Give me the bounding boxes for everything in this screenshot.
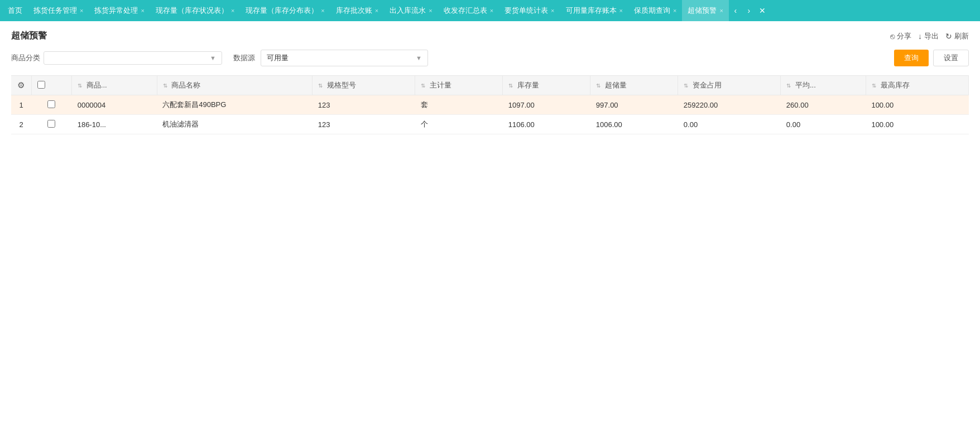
col-capital-used[interactable]: ⇅ 资金占用	[678, 76, 781, 95]
sort-icon-capital-used: ⇅	[684, 83, 688, 89]
row-checkbox-cell-2[interactable]	[31, 115, 72, 134]
export-icon: ↓	[918, 32, 922, 41]
topbar-abnormal-label: 拣货异常处理	[94, 6, 138, 16]
topbar-available-label: 可用量库存账本	[566, 6, 617, 16]
topbar-order-stat-label: 要货单统计表	[505, 6, 548, 16]
col-over-qty[interactable]: ⇅ 超储量	[590, 76, 678, 95]
cell-stock-qty-2: 1106.00	[503, 115, 590, 134]
topbar-item-recv-send[interactable]: 收发存汇总表 ×	[438, 0, 499, 21]
topbar-item-close-task-mgmt[interactable]: ×	[80, 7, 83, 14]
topbar-item-home[interactable]: 首页	[2, 0, 28, 21]
sort-icon-spec: ⇅	[318, 83, 323, 89]
topbar-item-stock-dist[interactable]: 现存量（库存分布表） ×	[240, 0, 330, 21]
cell-sku-name-2: 机油滤清器	[157, 115, 313, 134]
cell-over-qty-2: 1006.00	[590, 115, 678, 134]
row-checkbox-cell-1[interactable]	[31, 95, 72, 115]
col-stock-qty[interactable]: ⇅ 库存量	[503, 76, 590, 95]
topbar-batch-label: 库存批次账	[336, 6, 372, 16]
topbar-task-mgmt-label: 拣货任务管理	[33, 6, 77, 16]
topbar-item-close-abnormal[interactable]: ×	[141, 7, 144, 14]
page-title: 超储预警	[11, 30, 47, 42]
sort-icon-max-stock: ⇅	[872, 83, 876, 89]
export-label: 导出	[924, 31, 939, 41]
col-max-stock-label: 最高库存	[881, 81, 910, 89]
select-all-checkbox[interactable]	[37, 81, 45, 89]
topbar-item-close-overstock[interactable]: ×	[719, 7, 723, 14]
topbar-item-task-mgmt[interactable]: 拣货任务管理 ×	[28, 0, 89, 21]
topbar-item-expiry[interactable]: 保质期查询 ×	[628, 0, 682, 21]
col-spec-label: 规格型号	[327, 81, 356, 89]
topbar-item-close-recv-send[interactable]: ×	[490, 7, 493, 14]
topbar-item-close-stock-dist[interactable]: ×	[321, 7, 324, 14]
topbar-item-available[interactable]: 可用量库存账本 ×	[560, 0, 628, 21]
topbar-item-close-available[interactable]: ×	[619, 7, 623, 14]
cell-stock-qty-1: 1097.00	[503, 95, 590, 115]
query-button[interactable]: 查询	[894, 50, 929, 66]
col-stock-qty-label: 库存量	[517, 81, 539, 89]
topbar-item-abnormal[interactable]: 拣货异常处理 ×	[89, 0, 150, 21]
col-max-stock[interactable]: ⇅ 最高库存	[866, 76, 968, 95]
share-button[interactable]: ⎋ 分享	[890, 31, 911, 41]
col-sku-code-label: 商品...	[87, 81, 107, 89]
sort-icon-unit: ⇅	[421, 83, 425, 89]
col-unit-label: 主计量	[430, 81, 451, 89]
sort-icon-sku-code: ⇅	[78, 83, 82, 89]
col-checkbox[interactable]	[31, 76, 72, 95]
topbar-item-close-stock-status[interactable]: ×	[231, 7, 234, 14]
page-header: 超储预警 ⎋ 分享 ↓ 导出 ↻ 刷新	[11, 30, 969, 42]
cell-capital-used-1: 259220.00	[678, 95, 781, 115]
settings-button[interactable]: 设置	[933, 50, 969, 66]
cell-avg-2: 0.00	[781, 115, 866, 134]
topbar-nav-close[interactable]: ✕	[756, 0, 769, 21]
datasource-select-value: 可用量	[267, 53, 289, 63]
cell-unit-1: 套	[415, 95, 503, 115]
topbar-item-close-order-stat[interactable]: ×	[551, 7, 554, 14]
topbar-item-close-inout-flow[interactable]: ×	[429, 7, 432, 14]
filter-area: 商品分类 ▼ 数据源 可用量 ▼ 查询 设置	[11, 50, 969, 66]
topbar-item-stock-status[interactable]: 现存量（库存状况表） ×	[150, 0, 240, 21]
topbar-item-close-expiry[interactable]: ×	[673, 7, 676, 14]
cell-capital-used-2: 0.00	[678, 115, 781, 134]
topbar-item-order-stat[interactable]: 要货单统计表 ×	[499, 0, 560, 21]
datasource-select[interactable]: 可用量 ▼	[261, 50, 428, 66]
topbar-stock-status-label: 现存量（库存状况表）	[156, 6, 228, 16]
refresh-button[interactable]: ↻ 刷新	[945, 31, 969, 41]
topbar-item-inout-flow[interactable]: 出入库流水 ×	[384, 0, 438, 21]
cell-unit-2: 个	[415, 115, 503, 134]
filter-category-label: 商品分类	[11, 53, 40, 63]
category-select[interactable]: ▼	[44, 51, 222, 65]
col-sku-name-label: 商品名称	[171, 81, 200, 89]
col-unit[interactable]: ⇅ 主计量	[415, 76, 503, 95]
share-icon: ⎋	[890, 32, 895, 41]
col-settings[interactable]: ⚙	[11, 76, 31, 95]
topbar: 首页 拣货任务管理 × 拣货异常处理 × 现存量（库存状况表） × 现存量（库存…	[0, 0, 980, 21]
col-sku-name[interactable]: ⇅ 商品名称	[157, 76, 313, 95]
cell-sku-code-1: 0000004	[72, 95, 157, 115]
data-table: ⚙ ⇅ 商品... ⇅ 商品名称 ⇅ 规格型号 ⇅	[11, 75, 969, 134]
category-dropdown-arrow: ▼	[210, 55, 216, 61]
topbar-nav-left[interactable]: ‹	[729, 0, 742, 21]
col-over-qty-label: 超储量	[605, 81, 627, 89]
col-sku-code[interactable]: ⇅ 商品...	[72, 76, 157, 95]
cell-max-stock-2: 100.00	[866, 115, 968, 134]
cell-max-stock-1: 100.00	[866, 95, 968, 115]
topbar-expiry-label: 保质期查询	[634, 6, 670, 16]
table-header-row: ⚙ ⇅ 商品... ⇅ 商品名称 ⇅ 规格型号 ⇅	[11, 76, 969, 95]
cell-over-qty-1: 997.00	[590, 95, 678, 115]
col-avg[interactable]: ⇅ 平均...	[781, 76, 866, 95]
refresh-label: 刷新	[954, 31, 969, 41]
col-avg-label: 平均...	[795, 81, 816, 89]
export-button[interactable]: ↓ 导出	[918, 31, 939, 41]
row-checkbox-1[interactable]	[47, 100, 55, 108]
topbar-nav-right[interactable]: ›	[742, 0, 756, 21]
row-checkbox-2[interactable]	[47, 120, 55, 128]
filter-category-item: 商品分类 ▼	[11, 51, 222, 65]
col-spec[interactable]: ⇅ 规格型号	[313, 76, 415, 95]
topbar-item-overstock[interactable]: 超储预警 ×	[682, 0, 728, 21]
share-label: 分享	[897, 31, 911, 41]
cell-spec-1: 123	[313, 95, 415, 115]
topbar-item-batch[interactable]: 库存批次账 ×	[330, 0, 384, 21]
sort-icon-over-qty: ⇅	[596, 83, 601, 89]
table-gear-icon[interactable]: ⚙	[17, 80, 25, 90]
topbar-item-close-batch[interactable]: ×	[375, 7, 378, 14]
